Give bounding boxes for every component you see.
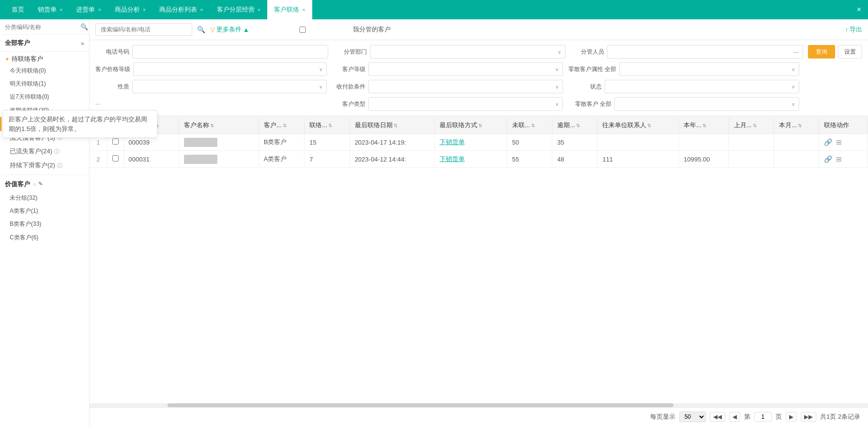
cell-this-month-2 [774, 151, 819, 168]
cell-method-2[interactable]: 下销货单 [434, 151, 507, 168]
method-sort-icon: ⇅ [478, 123, 482, 128]
nav-tab-sales[interactable]: 销货单 × [31, 0, 69, 19]
lost-info-icon[interactable]: ⓘ [54, 147, 60, 156]
close-customer-tier-tab-icon[interactable]: × [258, 7, 260, 13]
price-tier-select[interactable]: ∨ [133, 62, 327, 76]
nav-tab-customer-contact[interactable]: 客户联络 × [267, 0, 312, 19]
current-page-input[interactable] [754, 412, 772, 422]
my-customer-checkbox[interactable] [254, 27, 351, 33]
action-link-icon-1[interactable]: 🔗 [824, 138, 832, 146]
pending-contact-group[interactable]: ▼ 待联络客户 [0, 52, 89, 64]
row1-checkbox[interactable] [112, 138, 119, 145]
th-this-month[interactable]: 本月...⇅ [774, 117, 819, 134]
close-customer-contact-tab-icon[interactable]: × [302, 7, 305, 13]
sidebar-search-icon[interactable]: 🔍 [80, 23, 88, 30]
prev-page-button[interactable]: ◀ [729, 412, 740, 422]
payment-select[interactable]: ∨ [368, 80, 563, 93]
sidebar-search-input[interactable] [5, 24, 77, 30]
th-overdue[interactable]: 逾期...⇅ [552, 117, 597, 134]
cell-overdue-1: 35 [552, 134, 597, 151]
table-header-row: ⚙ 客户编码⇅ 客户名称⇅ 客户...⇅ [90, 117, 868, 134]
close-all-button[interactable]: × [857, 5, 861, 14]
filter-row-1: 电话号码 分管部门 ∨ 分管人员 ··· [95, 45, 862, 59]
sidebar-item-a-class[interactable]: A类客户(1) [0, 205, 89, 218]
more-options-button[interactable]: ··· [95, 101, 100, 107]
nav-tab-goods-analysis-list[interactable]: 商品分析列表 × [152, 0, 210, 19]
sidebar-item-unclassified[interactable]: 未分组(32) [0, 191, 89, 205]
sidebar-item-c-class[interactable]: C类客户(6) [0, 231, 89, 244]
th-unreached[interactable]: 未联...⇅ [507, 117, 552, 134]
th-contacts-from-unit[interactable]: 往来单位联系人⇅ [597, 117, 679, 134]
cell-method-1[interactable]: 下销货单 [434, 134, 507, 151]
top-navigation: 首页 销货单 × 进货单 × 商品分析 × 商品分析列表 × 客户分层经营 × … [0, 0, 868, 19]
export-button[interactable]: ↑ 导出 [845, 25, 863, 34]
th-last-month[interactable]: 上月...⇅ [729, 117, 774, 134]
action-grid-icon-2[interactable]: ⊞ [836, 155, 842, 163]
nav-tab-purchase[interactable]: 进货单 × [69, 0, 107, 19]
nav-tab-goods-analysis[interactable]: 商品分析 × [108, 0, 152, 19]
cell-unit-contacts-2: 111 [597, 151, 679, 168]
th-last-contact-date[interactable]: 最后联络日期⇅ [350, 117, 434, 134]
keep-down-info-icon[interactable]: ⓘ [57, 162, 62, 170]
search-button[interactable]: 🔍 [197, 26, 205, 33]
query-button[interactable]: 查询 [808, 45, 835, 59]
customer-tier-label: 客户等级 [332, 65, 365, 73]
action-link-icon-2[interactable]: 🔗 [824, 155, 832, 163]
branch-dept-select[interactable]: ∨ [370, 45, 566, 59]
th-this-year[interactable]: 本年...⇅ [679, 117, 729, 134]
last-page-button[interactable]: ▶▶ [801, 412, 816, 422]
last-contact-method-link-1[interactable]: 下销货单 [440, 138, 465, 146]
collapse-sidebar-icon[interactable]: » [81, 40, 84, 47]
status-select[interactable]: ∨ [605, 80, 799, 93]
next-page-button[interactable]: ▶ [786, 412, 797, 422]
overdue-sort-icon: ⇅ [576, 123, 580, 128]
horizontal-scrollbar[interactable] [90, 403, 868, 407]
value-customer-edit-icon[interactable]: ✎ [38, 181, 43, 187]
first-page-button[interactable]: ◀◀ [710, 412, 725, 422]
cell-type-2: A类客户 [259, 151, 304, 168]
last-contact-method-link-2[interactable]: 下销货单 [440, 155, 465, 162]
action-grid-icon-1[interactable]: ⊞ [836, 138, 842, 146]
cell-checkbox-2 [107, 151, 123, 168]
close-purchase-tab-icon[interactable]: × [98, 7, 101, 13]
gender-select[interactable]: ∨ [132, 80, 327, 93]
branch-dept-label: 分管部门 [333, 48, 367, 56]
th-name[interactable]: 客户名称⇅ [179, 117, 259, 134]
customer-type-select[interactable]: ∨ [368, 97, 563, 111]
th-customer-type[interactable]: 客户...⇅ [259, 117, 304, 134]
pending-contact-triangle-icon: ▼ [5, 57, 10, 62]
scrollbar-thumb[interactable] [168, 403, 673, 407]
close-goods-analysis-tab-icon[interactable]: × [143, 7, 146, 13]
sidebar-item-tomorrow[interactable]: 明天待联络(1) [0, 77, 89, 90]
gender-label: 性质 [95, 83, 129, 91]
close-sales-tab-icon[interactable]: × [60, 7, 62, 13]
more-filter-button[interactable]: ▽ 更多条件 ▲ [210, 25, 249, 34]
gender-field: 性质 ∨ [95, 80, 327, 93]
nav-tab-customer-tier[interactable]: 客户分层经营 × [210, 0, 267, 19]
cell-date-2: 2023-04-12 14:44: [350, 151, 434, 168]
settings-button[interactable]: 设置 [838, 45, 862, 59]
value-customer-group[interactable]: 价值客户 ○ ✎ [0, 177, 89, 191]
th-last-contact-method[interactable]: 最后联络方式⇅ [434, 117, 507, 134]
contact-sort-icon: ⇅ [328, 123, 332, 128]
branch-person-select[interactable]: ··· [607, 45, 803, 59]
row2-checkbox[interactable] [112, 155, 119, 162]
th-contact[interactable]: 联络...⇅ [305, 117, 350, 134]
sidebar-item-b-class[interactable]: B类客户(33) [0, 218, 89, 231]
phone-input[interactable] [132, 45, 328, 59]
keep-down-label: 持续下滑客户(2) [10, 161, 55, 171]
sidebar-item-keep-down[interactable]: 持续下滑客户(2) ⓘ [0, 159, 89, 173]
sidebar-item-today[interactable]: 今天待联络(0) [0, 64, 89, 77]
page-suffix-label: 页 [776, 412, 782, 421]
nav-tab-home[interactable]: 首页 [5, 0, 31, 19]
close-goods-analysis-list-tab-icon[interactable]: × [200, 7, 203, 13]
cell-year-1 [679, 134, 729, 151]
sidebar-item-lost[interactable]: 已流失客户(24) ⓘ [0, 145, 89, 159]
search-input[interactable] [95, 23, 192, 36]
my-customer-checkbox-label[interactable]: 我分管的客户 [254, 25, 391, 34]
retail-customer-select[interactable]: ∨ [614, 97, 799, 111]
per-page-select[interactable]: 50 100 [679, 411, 706, 422]
customer-tier-select[interactable]: ∨ [368, 62, 563, 76]
sidebar-item-7days[interactable]: 近7天待联络(0) [0, 90, 89, 103]
retail-attr-select[interactable]: ∨ [619, 62, 799, 76]
